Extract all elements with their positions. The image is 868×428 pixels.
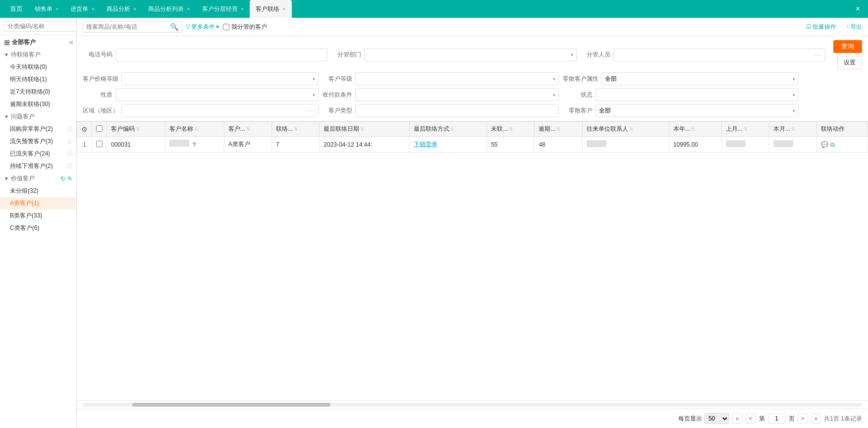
customer-level-arrow: ▾: [553, 76, 555, 82]
nav-tab-customer-contact[interactable]: 客户联络 ×: [250, 0, 291, 18]
problem-arrow: ▼: [4, 114, 9, 119]
row-contact-person: [582, 137, 669, 153]
per-page-select[interactable]: 50 100 200: [704, 413, 729, 424]
filter-region: 区域（地区） ···: [83, 104, 319, 117]
refresh-icon[interactable]: ↻: [60, 175, 65, 182]
close-analysis-tab[interactable]: ×: [133, 6, 136, 12]
horizontal-scrollbar[interactable]: [77, 400, 868, 409]
phone-input[interactable]: [115, 49, 327, 61]
person-select[interactable]: ···: [613, 49, 825, 61]
customer-level-select[interactable]: ▾: [355, 72, 558, 85]
nav-tab-customer-tier[interactable]: 客户分层经营 ×: [196, 0, 250, 18]
page-number-input[interactable]: [768, 414, 786, 424]
export-icon: ↑: [846, 23, 849, 30]
filter-customer-type: 客户类型: [323, 104, 558, 117]
collapse-icon[interactable]: ◀: [68, 39, 72, 46]
filter-search-icon[interactable]: 🔍: [170, 23, 178, 31]
close-window-btn[interactable]: ×: [852, 4, 864, 13]
th-gear: ⚙: [77, 122, 92, 137]
sidebar-item-repurchase-abnormal[interactable]: 回购异常客户(2) ⓘ: [0, 123, 76, 135]
value-section-icons[interactable]: ↻ ✎: [60, 175, 72, 182]
problem-section-header[interactable]: ▼ 问题客户: [0, 110, 76, 123]
export-btn[interactable]: ↑ 导出: [846, 23, 862, 31]
pending-section-header[interactable]: ▼ 待联络客户: [0, 49, 76, 61]
filter-person: 分管人员 ···: [581, 49, 825, 61]
nav-tab-analysis[interactable]: 商品分析 ×: [101, 0, 142, 18]
customer-type-input[interactable]: [355, 104, 558, 117]
close-analysis-list-tab[interactable]: ×: [187, 6, 190, 12]
total-info: 共1页 1条记录: [824, 415, 862, 423]
filter-row-4: 区域（地区） ··· 客户类型 零散客户 全部 ▾: [83, 104, 862, 117]
batch-op-btn[interactable]: ☑ 批量操作: [806, 23, 836, 31]
nav-tab-analysis-list[interactable]: 商品分析列表 ×: [142, 0, 196, 18]
first-page-btn[interactable]: «: [732, 414, 743, 424]
query-btn[interactable]: 查询: [833, 40, 862, 53]
price-level-select[interactable]: ▾: [121, 72, 319, 85]
sidebar-all-customers[interactable]: ⊞ 全部客户 ◀: [0, 35, 76, 49]
row-checkbox[interactable]: [96, 141, 103, 147]
scatter-customer-arrow: ▾: [793, 108, 795, 113]
th-this-month: 本月... ⇅: [769, 122, 817, 137]
filter-more-btn[interactable]: ▽ 更多条件 ▾: [186, 23, 219, 31]
filter-row-1: 电话号码 分管部门 ▾ 分管人员 ···: [83, 40, 862, 69]
value-section-header[interactable]: ▼ 价值客户 ↻ ✎: [0, 172, 76, 185]
sidebar-item-unclassified[interactable]: 未分组(32): [0, 185, 76, 197]
edit-icon[interactable]: ✎: [67, 175, 72, 182]
payment-select[interactable]: ▾: [355, 88, 558, 101]
status-select[interactable]: ▾: [596, 88, 799, 101]
scatter-attr-select[interactable]: 全部 ▾: [601, 72, 799, 85]
sidebar-search-input[interactable]: [4, 21, 77, 32]
chat-icon[interactable]: 💬: [821, 141, 828, 148]
gear-icon[interactable]: ⚙: [81, 125, 88, 133]
filter-more-arrow: ▾: [216, 23, 219, 30]
sidebar-item-a-class[interactable]: A类客户(1): [0, 197, 76, 210]
close-customer-tier-tab[interactable]: ×: [241, 6, 244, 12]
filter-scatter-customer: 零散客户 全部 ▾: [563, 104, 799, 117]
sidebar-item-c-class[interactable]: C类客户(6): [0, 222, 76, 234]
th-contact-count: 联络... ⇅: [272, 122, 320, 137]
sidebar-item-today-pending[interactable]: 今天待联络(0): [0, 61, 76, 73]
prev-page-btn[interactable]: <: [746, 414, 756, 424]
sidebar-item-declining[interactable]: 持续下滑客户(2) ⓘ: [0, 160, 76, 172]
value-arrow: ▼: [4, 176, 9, 181]
dept-select[interactable]: ▾: [364, 49, 576, 61]
settings-btn[interactable]: 设置: [837, 56, 862, 69]
sidebar-item-7days-pending[interactable]: 近7天待联络(0): [0, 86, 76, 98]
sort-type-icon: ⇅: [246, 126, 250, 132]
close-sales-tab[interactable]: ×: [55, 6, 58, 12]
link-icon[interactable]: ⧉: [830, 141, 835, 148]
nav-tab-purchase[interactable]: 进货单 ×: [64, 0, 100, 18]
next-page-btn[interactable]: >: [798, 414, 808, 424]
scatter-customer-select[interactable]: 全部 ▾: [596, 104, 799, 117]
select-all-checkbox[interactable]: [96, 125, 103, 132]
customer-type-label: 客户类型: [323, 107, 352, 115]
sort-nocontact-icon: ⇅: [509, 126, 513, 132]
nav-tab-sales[interactable]: 销售单 ×: [29, 0, 64, 18]
th-action: 联络动作: [817, 122, 868, 137]
my-customers-filter[interactable]: 我分管的客户: [223, 23, 267, 31]
th-no-contact: 未联... ⇅: [487, 122, 535, 137]
sidebar-item-tomorrow-pending[interactable]: 明天待联络(1): [0, 73, 76, 86]
filter-search-input[interactable]: [86, 23, 170, 30]
sidebar-item-b-class[interactable]: B类客户(33): [0, 210, 76, 222]
table-row: 1 000031 ？ A类客户 7 2023-04-12 14:44:: [77, 137, 868, 153]
info-icon-declining: ⓘ: [67, 162, 72, 170]
price-level-label: 客户价格等级: [83, 75, 118, 83]
row-name: ？: [165, 137, 224, 153]
pending-arrow: ▼: [4, 52, 9, 57]
close-customer-contact-tab[interactable]: ×: [282, 6, 285, 12]
sidebar-item-churn-warning[interactable]: 流失预警客户(3) ⓘ: [0, 135, 76, 148]
last-page-btn[interactable]: »: [811, 414, 821, 424]
last-contact-link[interactable]: 下销货单: [414, 141, 437, 148]
row-last-contact-date: 2023-04-12 14:44:: [320, 137, 410, 153]
region-select[interactable]: ···: [121, 104, 319, 117]
sort-contact-icon: ⇅: [294, 126, 298, 132]
close-purchase-tab[interactable]: ×: [91, 6, 94, 12]
nature-select[interactable]: ▾: [115, 88, 319, 101]
nav-home[interactable]: 首页: [4, 0, 29, 18]
my-customers-checkbox[interactable]: [223, 24, 229, 30]
scroll-thumb[interactable]: [132, 403, 330, 407]
sidebar-item-overdue[interactable]: 逾期未联络(30): [0, 98, 76, 110]
sidebar-item-churned[interactable]: 已流失客户(24) ⓘ: [0, 148, 76, 160]
query-area: 查询 设置: [829, 40, 862, 69]
